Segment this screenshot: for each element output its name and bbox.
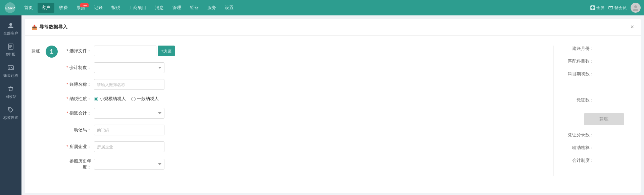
form-container: 建账 1 * 选择文件： +浏览 会计制度：: [25, 36, 641, 183]
nav-service[interactable]: 服务: [203, 3, 220, 13]
fullscreen-btn[interactable]: 全屏: [590, 5, 604, 11]
sidebar-item-recycle[interactable]: 回收站: [0, 82, 21, 102]
voucher-label: 凭证数：: [564, 97, 594, 103]
zero-report-icon: [7, 43, 15, 51]
file-row: * 选择文件： +浏览: [64, 46, 547, 56]
user-avatar[interactable]: [631, 3, 641, 13]
svg-rect-10: [8, 66, 13, 70]
accounting-system-row: 会计制度：: [564, 157, 634, 164]
tax-small-label[interactable]: 小规模纳税人: [94, 96, 126, 102]
nav-customer[interactable]: 客户: [38, 3, 54, 13]
step-label: 建账: [32, 46, 40, 54]
tags-icon: [7, 106, 15, 114]
period-row: 科目期初数：: [564, 71, 634, 77]
accounting-select[interactable]: [94, 62, 164, 73]
nav-operation[interactable]: 经营: [186, 3, 203, 13]
memo-row: 助记码：: [64, 125, 547, 135]
ledger-label: 账簿名称：: [64, 81, 91, 87]
month-row: 建账月份：: [564, 46, 634, 52]
main-layout: 全部客户 0申报 账套迁移: [0, 15, 644, 195]
tax-small-radio[interactable]: [94, 97, 98, 101]
match-row: 匹配科目数：: [564, 58, 634, 64]
svg-point-5: [9, 23, 12, 26]
voucher-row: 凭证数：: [564, 97, 634, 103]
nav-business[interactable]: 工商项目: [125, 3, 150, 13]
memo-input[interactable]: [94, 125, 164, 135]
recycle-icon: [7, 85, 15, 93]
sidebar-item-all-customers[interactable]: 全部客户: [0, 19, 21, 39]
accounting-row: 会计制度：: [64, 62, 547, 73]
accountant-row: 指派会计：: [64, 108, 547, 119]
tax-general-radio[interactable]: [131, 97, 136, 101]
migrate-icon: [7, 64, 15, 72]
tax-label: 纳税性质：: [64, 96, 91, 102]
panel-title-icon: 📤: [32, 24, 37, 30]
tax-radio-group: 小规模纳税人 一般纳税人: [94, 96, 159, 102]
file-input-wrapper: +浏览: [94, 46, 164, 56]
vip-btn[interactable]: 畅会员: [608, 5, 627, 11]
ledger-row: 账簿名称：: [64, 79, 547, 90]
main-panel: 📤 导爷数据导入 × 建账 1 * 选择文件：: [25, 19, 641, 193]
sidebar-item-tags[interactable]: 标签设置: [0, 103, 21, 123]
sidebar-item-migrate[interactable]: 账套迁移: [0, 61, 21, 81]
svg-text:EaRP: EaRP: [5, 6, 15, 10]
company-input[interactable]: [94, 141, 164, 152]
accountant-select[interactable]: [94, 108, 164, 119]
history-label: 参照历史年度：: [64, 158, 91, 170]
svg-point-12: [9, 109, 10, 109]
month-label: 建账月份：: [564, 46, 594, 52]
step-section: 建账 1: [32, 46, 58, 176]
accounting-system-label: 会计制度：: [564, 157, 594, 164]
voucher-entries-label: 凭证分录数：: [564, 132, 594, 138]
memo-label: 助记码：: [64, 127, 91, 133]
all-customers-icon: [7, 21, 15, 29]
history-select[interactable]: [94, 159, 164, 170]
svg-rect-2: [591, 6, 595, 10]
company-row: 所属企业：: [64, 141, 547, 152]
nav-billing[interactable]: 收费: [55, 3, 72, 13]
nav-bookkeeping[interactable]: 记账: [90, 3, 107, 13]
file-label: * 选择文件：: [64, 48, 91, 54]
panel-title: 📤 导爷数据导入: [32, 24, 67, 30]
step-circle: 1: [46, 46, 58, 58]
nav-home[interactable]: 首页: [20, 3, 37, 13]
period-label: 科目期初数：: [564, 71, 594, 77]
nav-items: 首页 客户 收费 票据 new 记账 报税 工商项目 消息 管理 经营 服务 设…: [20, 3, 590, 13]
panel-close-button[interactable]: ×: [630, 23, 634, 30]
tax-general-label[interactable]: 一般纳税人: [131, 96, 159, 102]
nav-settings[interactable]: 设置: [221, 3, 238, 13]
form-right: 建账月份： 匹配科目数： 科目期初数： 凭证数：: [553, 46, 634, 176]
nav-manage[interactable]: 管理: [168, 3, 185, 13]
new-badge: new: [80, 3, 89, 7]
aux-row: 辅助核算：: [564, 145, 634, 151]
accounting-label: 会计制度：: [64, 65, 91, 71]
panel-header: 📤 导爷数据导入 ×: [25, 19, 641, 36]
voucher-entries-row: 凭证分录数：: [564, 132, 634, 138]
nav-invoice[interactable]: 票据 new: [72, 3, 89, 13]
tax-row: 纳税性质： 小规模纳税人 一般纳税人: [64, 96, 547, 102]
nav-right: 全屏 畅会员: [590, 3, 641, 13]
sidebar: 全部客户 0申报 账套迁移: [0, 15, 21, 195]
file-input[interactable]: [94, 46, 156, 56]
browse-button[interactable]: +浏览: [158, 46, 175, 56]
company-label: 所属企业：: [64, 144, 91, 150]
nav-message[interactable]: 消息: [151, 3, 168, 13]
ledger-input[interactable]: [94, 79, 164, 90]
form-left: * 选择文件： +浏览 会计制度：: [64, 46, 547, 176]
logo[interactable]: EaRP: [3, 1, 17, 14]
history-row: 参照历史年度：: [64, 158, 547, 170]
build-account-button[interactable]: 建账: [584, 113, 624, 125]
top-navigation: EaRP 首页 客户 收费 票据 new 记账 报税 工商项目 消息 管理 经营…: [0, 0, 644, 15]
accountant-label: 指派会计：: [64, 110, 91, 116]
nav-tax[interactable]: 报税: [107, 3, 124, 13]
aux-label: 辅助核算：: [564, 145, 594, 151]
content-area: 📤 导爷数据导入 × 建账 1 * 选择文件：: [21, 15, 644, 195]
sidebar-item-zero-report[interactable]: 0申报: [0, 40, 21, 60]
svg-point-4: [634, 5, 637, 8]
match-label: 匹配科目数：: [564, 58, 594, 64]
